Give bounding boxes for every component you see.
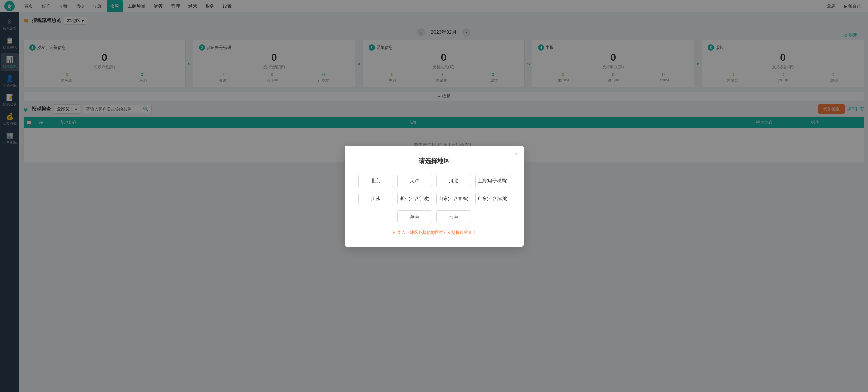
- region-hainan[interactable]: 海南: [397, 210, 432, 223]
- region-beijing[interactable]: 北京: [358, 175, 393, 187]
- warning-icon: ⚠: [392, 230, 396, 235]
- modal-title: 请选择地区: [358, 157, 510, 165]
- region-guangdong[interactable]: 广东(不含深圳): [475, 193, 510, 205]
- modal-close-button[interactable]: ×: [515, 151, 518, 158]
- region-yunnan[interactable]: 云南: [436, 210, 471, 223]
- region-select-modal: × 请选择地区 北京 天津 河北 上海(电子税局) 江苏 浙江(不含宁波) 山东…: [345, 146, 524, 247]
- modal-overlay[interactable]: × 请选择地区 北京 天津 河北 上海(电子税局) 江苏 浙江(不含宁波) 山东…: [0, 0, 868, 392]
- region-note: ⚠ 除以上地区外其他地区暂不支持报税检查！: [358, 230, 510, 236]
- region-row-1: 北京 天津 河北 上海(电子税局): [358, 175, 510, 187]
- region-note-text: 除以上地区外其他地区暂不支持报税检查！: [398, 230, 476, 236]
- region-row-3: 海南 云南: [358, 210, 510, 223]
- region-jiangsu[interactable]: 江苏: [358, 193, 393, 205]
- region-row-2: 江苏 浙江(不含宁波) 山东(不含青岛) 广东(不含深圳): [358, 193, 510, 205]
- region-shandong[interactable]: 山东(不含青岛): [436, 193, 471, 205]
- region-hebei[interactable]: 河北: [436, 175, 471, 187]
- region-shanghai[interactable]: 上海(电子税局): [475, 175, 510, 187]
- region-zhejiang[interactable]: 浙江(不含宁波): [397, 193, 432, 205]
- region-tianjin[interactable]: 天津: [397, 175, 432, 187]
